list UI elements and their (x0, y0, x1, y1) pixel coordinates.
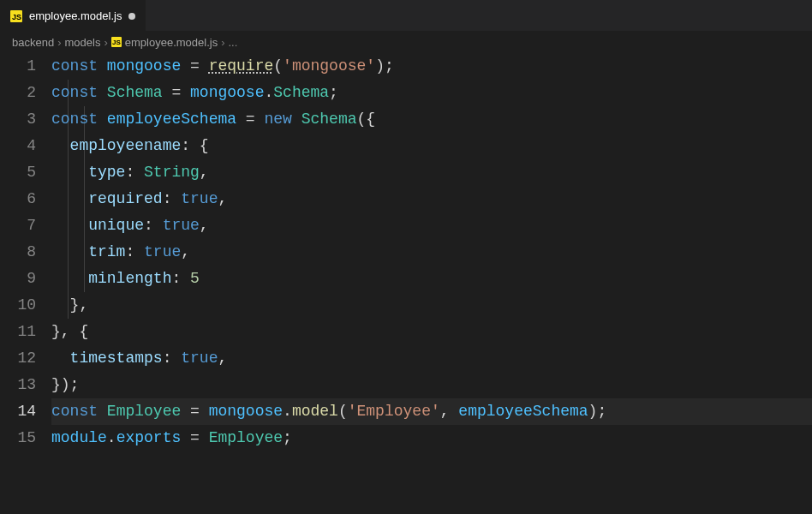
code-line: const employeeSchema = new Schema({ (51, 106, 812, 133)
line-number: 3 (0, 106, 36, 133)
code-line: }, (51, 292, 812, 319)
line-number: 10 (0, 292, 36, 319)
tab-active[interactable]: JS employee.model.js (0, 0, 146, 31)
chevron-right-icon: › (57, 36, 61, 49)
js-icon: JS (10, 10, 22, 22)
line-number: 13 (0, 372, 36, 398)
line-number: 12 (0, 345, 36, 372)
code-line: employeename: { (51, 133, 812, 159)
line-number: 4 (0, 133, 36, 159)
code-line: timestamps: true, (51, 345, 812, 372)
chevron-right-icon: › (104, 36, 107, 49)
unsaved-dot-icon (128, 13, 135, 20)
line-number: 7 (0, 212, 36, 239)
tab-bar: JS employee.model.js (0, 0, 812, 31)
code-line: unique: true, (51, 212, 812, 239)
code-line: const Employee = mongoose.model('Employe… (51, 398, 812, 425)
line-number: 11 (0, 319, 36, 345)
code-line: module.exports = Employee; (51, 425, 812, 451)
crumb-more[interactable]: ... (229, 36, 238, 49)
breadcrumb[interactable]: backend › models › JS employee.model.js … (0, 31, 812, 53)
line-number: 1 (0, 53, 36, 80)
line-number: 15 (0, 425, 36, 451)
line-number-gutter: 1 2 3 4 5 6 7 8 9 10 11 12 13 14 15 (0, 53, 51, 514)
line-number: 8 (0, 239, 36, 266)
line-number: 9 (0, 266, 36, 292)
code-line: trim: true, (51, 239, 812, 266)
line-number: 2 (0, 80, 36, 106)
crumb[interactable]: backend (12, 36, 54, 49)
line-number: 14 (0, 398, 36, 425)
code-line: const mongoose = require('mongoose'); (51, 53, 812, 80)
code-line: const Schema = mongoose.Schema; (51, 80, 812, 106)
crumb[interactable]: models (65, 36, 101, 49)
code-line: }); (51, 372, 812, 398)
crumb[interactable]: employee.model.js (125, 36, 218, 49)
editor[interactable]: 1 2 3 4 5 6 7 8 9 10 11 12 13 14 15 cons… (0, 53, 812, 514)
tab-filename: employee.model.js (29, 9, 122, 22)
line-number: 6 (0, 186, 36, 212)
code-line: type: String, (51, 159, 812, 186)
line-number: 5 (0, 159, 36, 186)
js-icon: JS (111, 37, 122, 47)
code-line: minlength: 5 (51, 266, 812, 292)
code-line: required: true, (51, 186, 812, 212)
chevron-right-icon: › (221, 36, 224, 49)
code-line: }, { (51, 319, 812, 345)
code-area[interactable]: const mongoose = require('mongoose'); co… (51, 53, 812, 514)
